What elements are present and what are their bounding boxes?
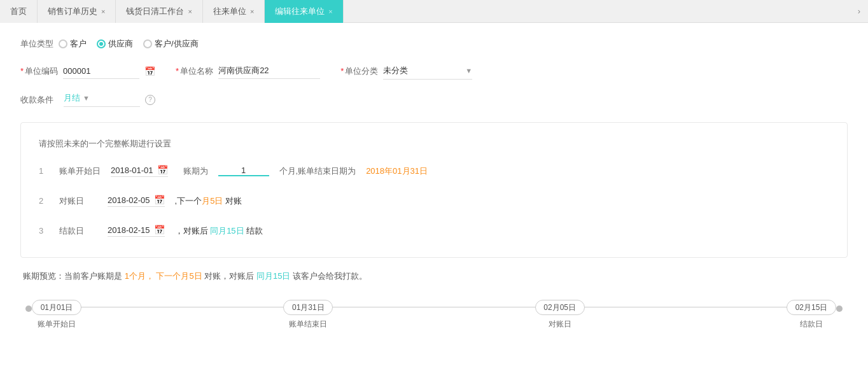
payment-select[interactable]: 月结 ▼ [64,92,140,107]
payment-chevron: ▼ [83,94,90,102]
radio-group-unit-type: 客户 供应商 客户/供应商 [59,38,199,50]
calendar-icon-3[interactable]: 📅 [154,225,165,235]
help-icon[interactable]: ? [145,95,155,105]
row2-highlight: 月5日 [202,196,223,206]
timeline-point-0: 01月01日 账单开始日 [32,300,81,330]
date-input-3: 2018-02-15 📅 [108,225,165,237]
unit-type-label: 单位类型 [20,38,53,50]
row3-highlight: 同月15日 [210,226,244,236]
preview-part3: 对账，对账后 [204,271,256,281]
unit-type-row: 单位类型 客户 供应商 客户/供应商 [20,38,848,50]
unit-name-input[interactable] [218,64,320,79]
end-date-highlight: 2018年01月31日 [366,165,428,177]
unit-code-label: 单位编码 [20,66,58,77]
calendar-icon-2[interactable]: 📅 [154,195,165,205]
unit-code-field: 单位编码 📅 [20,64,155,79]
unit-category-select[interactable]: 未分类 ▼ [383,62,472,80]
timeline-left-dot [25,306,32,312]
unit-name-field: 单位名称 [176,64,320,79]
step-num-3: 3 [39,226,49,236]
close-cash-work[interactable]: × [188,8,192,15]
tab-cash-work[interactable]: 钱货日清工作台 × [116,0,202,23]
preview-text: 账期预览：当前客户账期是 1个月， 下一个月5日 对账，对账后 同月15日 该客… [20,271,848,282]
radio-both[interactable]: 客户/供应商 [143,38,199,50]
radio-customer[interactable]: 客户 [59,38,87,50]
payment-value: 月结 [64,92,80,104]
row2-desc: ,下一个月5日 对账 [175,195,242,207]
date-input-2: 2018-02-05 📅 [108,195,165,207]
unit-info-row: 单位编码 📅 单位名称 单位分类 未分类 ▼ [20,62,848,80]
close-partner[interactable]: × [250,8,254,15]
main-content: 单位类型 客户 供应商 客户/供应商 单位编码 📅 单位名称 [0,23,868,387]
preview-part2: 下一个月5日 [156,271,202,281]
payment-row: 收款条件 月结 ▼ ? [20,92,848,107]
timeline-node-2: 02月05日 [535,300,585,315]
radio-label-both: 客户/供应商 [155,38,199,50]
timeline-label-3: 结款日 [800,319,823,330]
timeline-label-1: 账单结束日 [289,319,327,330]
unit-code-input[interactable] [63,64,139,79]
tab-edit-partner[interactable]: 编辑往来单位 × [265,0,343,23]
radio-circle-supplier [97,39,106,48]
date-input-1: 2018-01-01 📅 [111,165,168,177]
calendar-icon-1[interactable]: 📅 [157,165,168,175]
step-label-1: 账单开始日 [59,165,101,177]
preview-part1: 1个月， [125,271,154,281]
timeline-node-3: 02月15日 [787,300,836,315]
period-input[interactable] [218,165,269,176]
unit-category-chevron: ▼ [465,67,472,74]
period-label: 账期为 [183,165,208,177]
tab-home[interactable]: 首页 [0,0,38,23]
date-value-1: 2018-01-01 [111,165,153,175]
settings-row-1: 1 账单开始日 2018-01-01 📅 账期为 个月,账单结束日期为 2018… [39,165,829,177]
unit-category-label: 单位分类 [340,66,378,77]
timeline-label-0: 账单开始日 [38,319,76,330]
timeline-nodes-row: 01月01日 账单开始日 01月31日 账单结束日 02月05日 对账日 02月… [32,300,836,330]
tab-sales-history[interactable]: 销售订单历史 × [38,0,116,23]
settings-row-2: 2 对账日 2018-02-05 📅 ,下一个月5日 对账 [39,195,829,207]
timeline-point-1: 01月31日 账单结束日 [283,300,333,330]
date-value-3: 2018-02-15 [108,225,150,235]
tab-expand-button[interactable]: › [850,0,868,22]
timeline-node-0: 01月01日 [32,300,81,315]
radio-label-supplier: 供应商 [108,38,133,50]
unit-code-icon[interactable]: 📅 [144,66,155,76]
preview-label: 账期预览：当前客户账期是 [23,271,122,281]
timeline-point-3: 02月15日 结款日 [787,300,836,330]
settings-title: 请按照未来的一个完整帐期进行设置 [39,138,829,150]
payment-label: 收款条件 [20,94,53,106]
step-label-3: 结款日 [59,225,97,237]
preview-part4: 同月15日 [256,271,290,281]
timeline-label-2: 对账日 [549,319,571,330]
radio-supplier[interactable]: 供应商 [97,38,133,50]
step-num-1: 1 [39,166,49,176]
radio-circle-both [143,39,152,48]
timeline-right-dot [836,306,843,312]
close-edit-partner[interactable]: × [328,8,332,15]
tab-bar: 首页 销售订单历史 × 钱货日清工作台 × 往来单位 × 编辑往来单位 × › [0,0,868,23]
radio-label-customer: 客户 [70,38,87,50]
timeline-point-2: 02月05日 对账日 [535,300,585,330]
date-value-2: 2018-02-05 [108,195,150,205]
tab-partner[interactable]: 往来单位 × [203,0,265,23]
radio-circle-customer [59,39,67,48]
timeline-node-1: 01月31日 [283,300,333,315]
preview-part5: 该客户会给我打款。 [293,271,367,281]
timeline: 01月01日 账单开始日 01月31日 账单结束日 02月05日 对账日 02月… [20,300,848,330]
period-suffix: 个月,账单结束日期为 [279,165,356,177]
settings-row-3: 3 结款日 2018-02-15 📅 ，对账后 同月15日 结款 [39,225,829,237]
close-sales-history[interactable]: × [101,8,105,15]
unit-name-label: 单位名称 [176,66,213,77]
timeline-inner: 01月01日 账单开始日 01月31日 账单结束日 02月05日 对账日 02月… [32,300,836,330]
unit-category-field: 单位分类 未分类 ▼ [340,62,472,80]
step-num-2: 2 [39,196,49,206]
settings-box: 请按照未来的一个完整帐期进行设置 1 账单开始日 2018-01-01 📅 账期… [20,122,848,258]
step-label-2: 对账日 [59,195,97,207]
unit-category-value: 未分类 [383,65,463,76]
row3-desc: ，对账后 同月15日 结款 [175,225,263,237]
